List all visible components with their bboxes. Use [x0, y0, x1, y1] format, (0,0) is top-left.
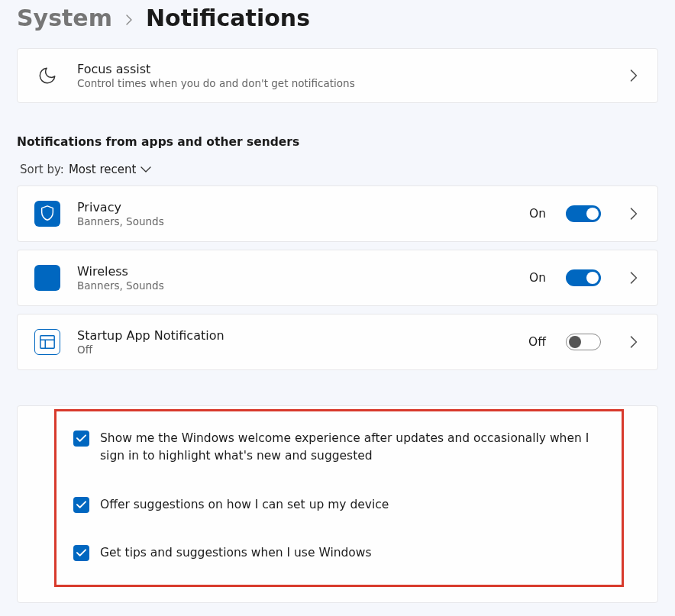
- chevron-right-icon: [627, 335, 641, 349]
- app-notifications-list: Privacy Banners, Sounds On Wireless Bann…: [17, 185, 658, 370]
- option-setup-suggestions[interactable]: Offer suggestions on how I can set up my…: [73, 487, 605, 523]
- toggle-switch[interactable]: [566, 269, 601, 286]
- highlight-annotation: Show me the Windows welcome experience a…: [54, 409, 624, 587]
- app-name: Startup App Notification: [77, 328, 512, 343]
- option-tips-suggestions[interactable]: Get tips and suggestions when I use Wind…: [73, 535, 605, 571]
- breadcrumb-current: Notifications: [146, 5, 310, 31]
- app-name: Privacy: [77, 200, 512, 214]
- chevron-right-icon: [627, 69, 641, 82]
- app-detail: Banners, Sounds: [77, 279, 512, 292]
- app-name: Wireless: [77, 264, 512, 279]
- square-icon: [34, 265, 60, 291]
- chevron-right-icon: [627, 271, 641, 285]
- toggle-switch[interactable]: [566, 205, 601, 222]
- option-label: Show me the Windows welcome experience a…: [100, 430, 605, 466]
- focus-assist-title: Focus assist: [77, 62, 610, 76]
- chevron-down-icon: [140, 163, 151, 176]
- checkbox-checked-icon[interactable]: [73, 497, 89, 513]
- app-row-startup[interactable]: Startup App Notification Off Off: [17, 314, 658, 370]
- svg-rect-0: [40, 336, 54, 349]
- sort-by-dropdown[interactable]: Sort by: Most recent: [17, 163, 658, 185]
- additional-options-panel: Show me the Windows welcome experience a…: [17, 405, 658, 603]
- app-row-wireless[interactable]: Wireless Banners, Sounds On: [17, 250, 658, 306]
- app-detail: Off: [77, 343, 512, 356]
- focus-assist-row[interactable]: Focus assist Control times when you do a…: [17, 48, 658, 103]
- option-label: Get tips and suggestions when I use Wind…: [100, 544, 372, 562]
- app-row-privacy[interactable]: Privacy Banners, Sounds On: [17, 185, 658, 242]
- section-heading-apps: Notifications from apps and other sender…: [17, 135, 658, 149]
- checkbox-checked-icon[interactable]: [73, 545, 89, 561]
- sort-by-label: Sort by:: [20, 163, 64, 176]
- breadcrumb: System Notifications: [17, 0, 658, 48]
- app-detail: Banners, Sounds: [77, 215, 512, 227]
- toggle-status-label: Off: [528, 335, 546, 349]
- checkbox-checked-icon[interactable]: [73, 431, 89, 447]
- chevron-right-icon: [124, 10, 134, 29]
- window-icon: [34, 329, 60, 355]
- toggle-switch[interactable]: [566, 334, 601, 350]
- option-label: Offer suggestions on how I can set up my…: [100, 496, 389, 514]
- shield-icon: [34, 201, 60, 227]
- toggle-status-label: On: [529, 271, 546, 285]
- option-welcome-experience[interactable]: Show me the Windows welcome experience a…: [73, 421, 605, 475]
- breadcrumb-parent[interactable]: System: [17, 5, 112, 31]
- moon-icon: [34, 63, 60, 89]
- toggle-status-label: On: [529, 207, 546, 221]
- sort-by-value: Most recent: [69, 163, 137, 176]
- chevron-right-icon: [627, 207, 641, 221]
- focus-assist-subtitle: Control times when you do and don't get …: [77, 77, 610, 89]
